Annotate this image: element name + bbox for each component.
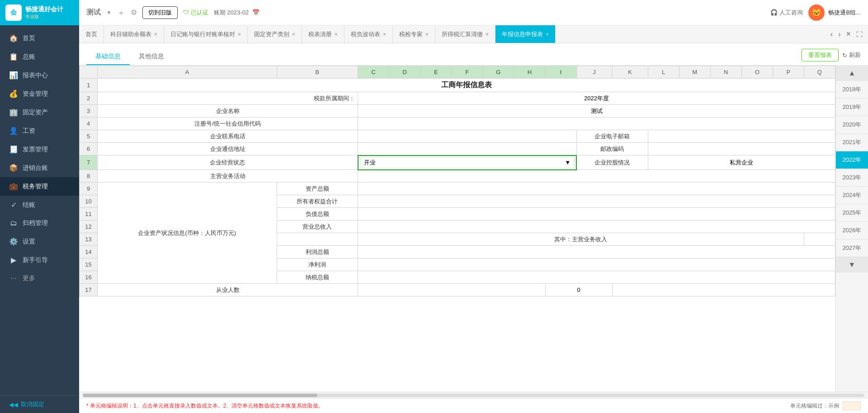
- sidebar-collapse-btn[interactable]: ◀◀ 取消固定: [0, 395, 79, 413]
- year-item-2021[interactable]: 2021年: [836, 134, 868, 151]
- cell-total-tax-value[interactable]: [358, 271, 835, 284]
- year-item-2027[interactable]: 2027年: [836, 239, 868, 257]
- sidebar-item-settings[interactable]: ⚙️ 设置: [0, 232, 79, 251]
- spreadsheet-main[interactable]: A B C D E F G H I J K L M: [79, 66, 835, 392]
- cell-holding-value[interactable]: 私营企业: [648, 155, 835, 170]
- year-scroll-up-btn[interactable]: ▲: [836, 66, 868, 81]
- cell-address-value[interactable]: [358, 143, 576, 155]
- cell-main-biz-value[interactable]: [358, 170, 835, 183]
- year-item-2019[interactable]: 2019年: [836, 99, 868, 116]
- tab-annual-report[interactable]: 年报信息申报表 ×: [495, 25, 556, 43]
- col-header-g[interactable]: G: [483, 66, 514, 79]
- tab-subject-balance[interactable]: 科目辅助余额表 ×: [104, 25, 164, 43]
- subtab-basic-info[interactable]: 基础信息: [86, 49, 130, 65]
- cell-equity-value[interactable]: [358, 195, 835, 208]
- sidebar-item-salary[interactable]: 👤 工资: [0, 122, 79, 140]
- subtab-other-info[interactable]: 其他信息: [130, 49, 173, 65]
- col-header-i[interactable]: I: [545, 66, 576, 79]
- cell-total-profit-value[interactable]: [358, 246, 835, 258]
- cell-biz-status-value[interactable]: 开业 ▼: [358, 155, 576, 170]
- horizontal-scrollbar[interactable]: [79, 392, 868, 398]
- col-header-p[interactable]: P: [773, 66, 804, 79]
- tab-next-btn[interactable]: ›: [836, 28, 842, 40]
- cell-tax-period-value[interactable]: 2022年度: [358, 92, 835, 105]
- sheet-title-cell[interactable]: 工商年报信息表: [98, 79, 835, 92]
- cell-employees-value3[interactable]: [612, 284, 835, 296]
- col-header-m[interactable]: M: [679, 66, 710, 79]
- close-icon[interactable]: ×: [292, 31, 295, 38]
- tab-tax-list[interactable]: 税表清册 ×: [302, 25, 344, 43]
- add-tab-btn[interactable]: ＋: [117, 7, 125, 18]
- year-item-2020[interactable]: 2020年: [836, 116, 868, 134]
- sidebar-item-tax[interactable]: 💼 税务管理: [0, 177, 79, 196]
- col-header-c[interactable]: C: [358, 66, 389, 79]
- refresh-btn[interactable]: ↻ 刷新: [842, 51, 861, 59]
- col-header-e[interactable]: E: [420, 66, 452, 79]
- year-item-2023[interactable]: 2023年: [836, 169, 868, 187]
- cell-company-name-value[interactable]: 测试: [358, 105, 835, 117]
- tab-home[interactable]: 首页: [79, 25, 104, 43]
- sidebar-item-home[interactable]: 🏠 首页: [0, 29, 79, 47]
- col-header-k[interactable]: K: [612, 66, 648, 79]
- dropdown-cell[interactable]: 开业 ▼: [361, 158, 573, 168]
- year-item-2025[interactable]: 2025年: [836, 204, 868, 222]
- sidebar-item-archive[interactable]: 🗂 归档管理: [0, 214, 79, 232]
- dropdown-arrow-icon[interactable]: ▼: [565, 159, 571, 166]
- sidebar-item-ledger[interactable]: 📋 总账: [0, 47, 79, 66]
- cell-total-assets-value[interactable]: [358, 183, 835, 195]
- sidebar-item-funds[interactable]: 💰 资金管理: [0, 84, 79, 103]
- year-item-2018[interactable]: 2018年: [836, 81, 868, 99]
- help-btn[interactable]: 🎧 人工咨询: [770, 9, 803, 17]
- tab-fixed-asset-type[interactable]: 固定资产类别 ×: [248, 25, 302, 43]
- scroll-thumb[interactable]: [83, 394, 317, 397]
- close-icon[interactable]: ×: [238, 31, 241, 38]
- tab-journal-bank[interactable]: 日记账与银行对账单核对 ×: [164, 25, 248, 43]
- tab-tax-expert[interactable]: 税检专家 ×: [393, 25, 435, 43]
- cell-employees-value1[interactable]: [358, 284, 545, 296]
- col-header-a[interactable]: A: [98, 66, 277, 79]
- col-header-d[interactable]: D: [389, 66, 420, 79]
- year-item-2022[interactable]: 2022年: [836, 151, 868, 169]
- close-icon[interactable]: ×: [546, 31, 549, 38]
- close-icon[interactable]: ×: [154, 31, 157, 38]
- sidebar-item-inventory[interactable]: 📦 进销台账: [0, 159, 79, 177]
- cell-postcode-value[interactable]: [648, 143, 835, 155]
- col-header-l[interactable]: L: [648, 66, 679, 79]
- tab-expand-btn[interactable]: ⛶: [854, 29, 864, 40]
- cell-net-profit-value[interactable]: [358, 258, 835, 271]
- close-icon[interactable]: ×: [383, 31, 386, 38]
- year-item-2026[interactable]: 2026年: [836, 222, 868, 239]
- cell-employees-value2[interactable]: 0: [545, 284, 612, 296]
- cell-debt-value[interactable]: [358, 208, 835, 221]
- col-header-n[interactable]: N: [710, 66, 741, 79]
- year-scroll-down-btn[interactable]: ▼: [836, 257, 868, 272]
- col-header-f[interactable]: F: [452, 66, 483, 79]
- tab-income-tax[interactable]: 所得税汇算清缴 ×: [435, 25, 495, 43]
- col-header-o[interactable]: O: [741, 66, 773, 79]
- col-header-q[interactable]: Q: [804, 66, 835, 79]
- sidebar-item-fixed-assets[interactable]: 🏢 固定资产: [0, 103, 79, 122]
- cell-total-revenue-value[interactable]: [358, 221, 835, 233]
- sidebar-item-closing[interactable]: ✓ 结账: [0, 196, 79, 214]
- gear-icon[interactable]: ⚙: [131, 8, 137, 17]
- cell-email-value[interactable]: [648, 130, 835, 143]
- col-header-j[interactable]: J: [576, 66, 612, 79]
- sidebar-item-guide[interactable]: ▶ 新手引导: [0, 251, 79, 269]
- col-header-b[interactable]: B: [277, 66, 358, 79]
- cell-main-revenue-value[interactable]: [804, 233, 835, 246]
- sidebar-item-more[interactable]: ··· 更多: [0, 269, 79, 287]
- tab-prev-btn[interactable]: ‹: [829, 28, 835, 40]
- close-icon[interactable]: ×: [335, 31, 338, 38]
- close-icon[interactable]: ×: [486, 31, 489, 38]
- cell-reg-num-value[interactable]: [358, 117, 835, 130]
- switch-version-btn[interactable]: 切到旧版: [142, 6, 178, 19]
- tab-close-all-btn[interactable]: ×: [844, 28, 853, 41]
- close-icon[interactable]: ×: [425, 31, 429, 38]
- sidebar-item-reports[interactable]: 📊 报表中心: [0, 66, 79, 84]
- user-menu[interactable]: 🐱 畅捷通B组...: [808, 5, 861, 21]
- cell-phone-value[interactable]: [358, 130, 576, 143]
- sidebar-item-invoice[interactable]: 🧾 发票管理: [0, 140, 79, 159]
- col-header-h[interactable]: H: [514, 66, 545, 79]
- tab-tax-burden[interactable]: 税负波动表 ×: [344, 25, 393, 43]
- year-item-2024[interactable]: 2024年: [836, 187, 868, 204]
